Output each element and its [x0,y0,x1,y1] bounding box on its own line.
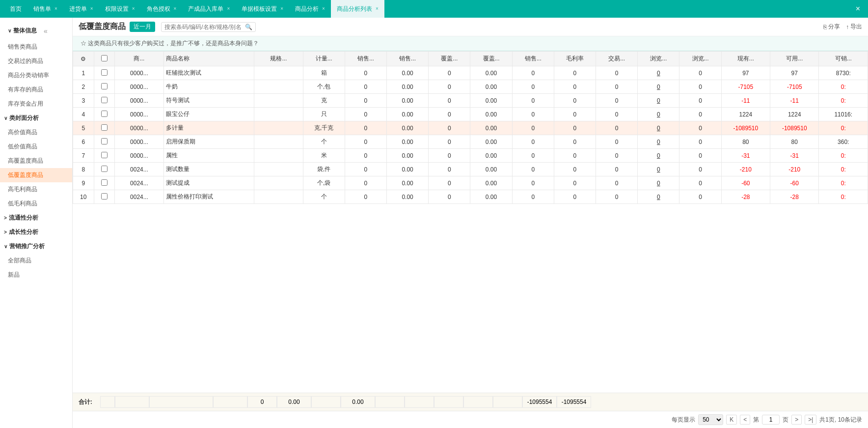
row-coverage2: 0.00 [470,190,512,204]
nav-production[interactable]: 产成品入库单 × [182,0,236,18]
sidebar-whole-info-header[interactable]: ∨ 整体信息 [4,24,41,38]
first-page-button[interactable]: K [726,415,737,425]
col-header-coverage2[interactable]: 覆盖... [470,52,512,66]
per-page-select[interactable]: 50 20 100 [698,414,723,425]
row-check[interactable] [94,149,115,163]
col-header-sales-ratio[interactable]: 销售... [512,52,554,66]
row-check[interactable] [94,80,115,94]
col-header-sellable[interactable]: 可销... [819,52,868,66]
sidebar-growth-header[interactable]: > 成长性分析 [0,225,72,239]
row-check[interactable] [94,176,115,190]
row-browse1[interactable]: 0 [638,135,679,149]
row-check[interactable] [94,163,115,176]
next-page-button[interactable]: > [791,415,802,425]
row-available-stock: -31 [770,149,819,163]
nav-analysis-list-close[interactable]: × [376,0,379,18]
main-container: ∨ 整体信息 « 销售类商品 交易过的商品 商品分类动销率 有库存的商品 库存资… [0,18,868,428]
sidebar-collapse-button[interactable]: « [43,26,49,36]
total-info: 共1页, 10条记录 [819,416,862,424]
nav-home[interactable]: 首页 [4,0,27,18]
row-check[interactable] [94,66,115,80]
row-browse1[interactable]: 0 [638,121,679,135]
nav-analysis[interactable]: 商品分析 × [289,0,331,18]
sidebar-item-sales-goods[interactable]: 销售类商品 [0,40,72,54]
col-header-settings[interactable]: ⚙ [73,52,94,66]
nav-template-close[interactable]: × [280,0,283,18]
row-check[interactable] [94,121,115,135]
col-header-name[interactable]: 商品名称 [163,52,254,66]
time-filter-button[interactable]: 近一月 [130,22,155,32]
row-unit: 个 [303,135,345,149]
nav-role-close[interactable]: × [174,0,177,18]
row-browse1[interactable]: 0 [638,94,679,108]
sidebar-item-all-goods[interactable]: 全部商品 [0,254,72,268]
col-header-sales-amt[interactable]: 销售... [387,52,429,66]
sidebar-flow-header[interactable]: > 流通性分析 [0,211,72,225]
nav-analysis-close[interactable]: × [322,0,325,18]
col-header-unit[interactable]: 计量... [303,52,345,66]
prev-page-button[interactable]: < [740,415,750,425]
nav-permission-close[interactable]: × [132,0,135,18]
sidebar-item-stock-capital[interactable]: 库存资金占用 [0,97,72,111]
row-browse1[interactable]: 0 [638,149,679,163]
sidebar-coverage-header[interactable]: ∨ 类封面分析 [0,111,72,125]
nav-analysis-list[interactable]: 商品分析列表 × [331,0,384,18]
sidebar-item-stocked-goods[interactable]: 有库存的商品 [0,83,72,97]
col-header-available-stock[interactable]: 可用... [770,52,819,66]
col-header-current-stock[interactable]: 现有... [721,52,770,66]
nav-permission[interactable]: 权限设置 × [99,0,141,18]
row-check[interactable] [94,135,115,149]
sidebar-item-high-margin[interactable]: 高毛利商品 [0,182,72,197]
sidebar-item-category-rate[interactable]: 商品分类动销率 [0,68,72,83]
export-button[interactable]: ↑ 导出 [846,23,862,31]
sidebar-item-high-coverage[interactable]: 高覆盖度商品 [0,154,72,168]
sidebar-item-low-coverage[interactable]: 低覆盖度商品 [0,168,72,182]
nav-purchase[interactable]: 进货单 × [63,0,99,18]
col-header-spec[interactable]: 规格... [254,52,303,66]
select-all-checkbox[interactable] [101,55,108,61]
nav-sales-close[interactable]: × [54,0,57,18]
sidebar-item-traded-goods[interactable]: 交易过的商品 [0,54,72,68]
nav-production-close[interactable]: × [227,0,230,18]
col-header-check[interactable] [94,52,115,66]
row-check[interactable] [94,108,115,121]
nav-role[interactable]: 角色授权 × [141,0,183,18]
share-button[interactable]: ⎘ 分享 [823,23,840,31]
col-header-gross-margin[interactable]: 毛利率 [554,52,596,66]
share-icon: ⎘ [823,24,827,30]
row-spec [254,190,303,204]
sidebar-item-new-goods[interactable]: 新品 [0,268,72,282]
sidebar-marketing-header[interactable]: ∨ 营销推广分析 [0,239,72,254]
row-check[interactable] [94,190,115,204]
row-browse1[interactable]: 0 [638,163,679,176]
window-close-button[interactable]: × [852,4,864,13]
data-table: ⚙ 商... 商品名称 规格... 计量... 销售... 销售... 覆盖..… [73,51,868,204]
row-coverage2: 0.00 [470,80,512,94]
row-browse1[interactable]: 0 [638,66,679,80]
row-transaction: 0 [596,135,638,149]
row-transaction: 0 [596,66,638,80]
nav-template[interactable]: 单据模板设置 × [236,0,289,18]
last-page-button[interactable]: >| [805,415,816,425]
nav-sales[interactable]: 销售单 × [27,0,63,18]
search-icon[interactable]: 🔍 [245,24,252,30]
row-browse1[interactable]: 0 [638,176,679,190]
col-header-coverage1[interactable]: 覆盖... [429,52,470,66]
row-browse1[interactable]: 0 [638,190,679,204]
col-header-browse2[interactable]: 浏览... [679,52,721,66]
page-input[interactable] [762,415,780,425]
search-input[interactable] [164,24,243,30]
col-header-code[interactable]: 商... [115,52,163,66]
row-available-stock: -1089510 [770,121,819,135]
row-check[interactable] [94,94,115,108]
sidebar-item-low-margin[interactable]: 低毛利商品 [0,197,72,211]
col-header-sales-qty[interactable]: 销售... [345,52,386,66]
nav-purchase-close[interactable]: × [90,0,93,18]
col-header-browse1[interactable]: 浏览... [638,52,679,66]
row-browse1[interactable]: 0 [638,80,679,94]
sidebar-item-low-value[interactable]: 低价值商品 [0,140,72,154]
row-browse1[interactable]: 0 [638,108,679,121]
header-actions: ⎘ 分享 ↑ 导出 [823,23,862,31]
col-header-transaction[interactable]: 交易... [596,52,638,66]
sidebar-item-high-value[interactable]: 高价值商品 [0,125,72,140]
